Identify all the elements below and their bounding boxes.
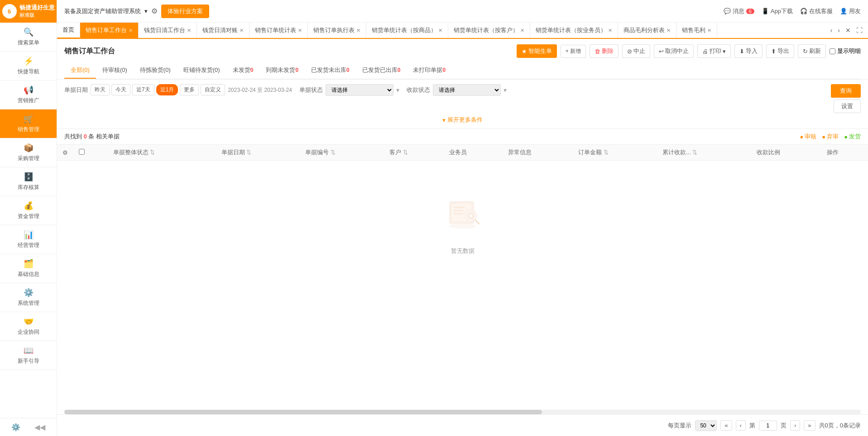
- tab-cash-daily[interactable]: 钱货日清工作台 ✕: [139, 23, 197, 38]
- table-scroll[interactable]: ⚙ 单据整体状态 ⇅ 单据日期 ⇅ 单据编号 ⇅ 客户 ⇅ 业务员 异常信息 订…: [57, 145, 868, 410]
- tab-sales-stats-product[interactable]: 销货单统计表（按商品） ✕: [366, 23, 448, 38]
- status-dropdown-icon[interactable]: ▾: [396, 86, 399, 94]
- sidebar-item-marketing[interactable]: 📢 营销推广: [0, 81, 57, 109]
- tab-sales-exec[interactable]: 销售订单执行表 ✕: [308, 23, 366, 38]
- status-select[interactable]: 请选择: [326, 84, 393, 96]
- tab-close-all-btn[interactable]: ✕: [844, 26, 853, 35]
- delete-btn[interactable]: 🗑 删除: [590, 44, 619, 58]
- show-detail-toggle[interactable]: 显示明细: [830, 47, 861, 55]
- sub-tab-pending-review[interactable]: 待审核(0): [96, 62, 134, 79]
- print-btn[interactable]: 🖨 打印 ▾: [697, 44, 731, 58]
- receipt-dropdown-icon[interactable]: ▾: [504, 86, 507, 94]
- sidebar-item-operations[interactable]: 📊 经营管理: [0, 225, 57, 254]
- tab-close-icon[interactable]: ✕: [438, 28, 442, 33]
- cancel-stop-btn[interactable]: ↩ 取消中止: [654, 44, 694, 58]
- industry-btn[interactable]: 体验行业方案: [161, 5, 209, 18]
- tab-product-margin[interactable]: 商品毛利分析表 ✕: [618, 23, 676, 38]
- sidebar-item-search[interactable]: 🔍 搜索菜单: [0, 23, 57, 52]
- tab-close-icon[interactable]: ✕: [187, 28, 191, 33]
- tab-home[interactable]: 首页: [57, 23, 80, 38]
- review-action-btn[interactable]: ● 审核: [800, 133, 816, 141]
- query-btn[interactable]: 查询: [831, 84, 861, 98]
- message-btn[interactable]: 💬 消息 6: [724, 7, 754, 15]
- th-customer[interactable]: 客户 ⇅: [384, 145, 444, 161]
- tab-close-icon[interactable]: ✕: [667, 28, 671, 33]
- yesterday-btn[interactable]: 昨天: [91, 84, 110, 95]
- th-amount[interactable]: 订单金额 ⇅: [573, 145, 657, 161]
- tab-prev-btn[interactable]: ‹: [829, 26, 834, 35]
- tab-sales-stats[interactable]: 销售订单统计表 ✕: [249, 23, 308, 38]
- tab-sales-profit[interactable]: 销售毛利 ✕: [676, 23, 717, 38]
- sidebar-item-guide[interactable]: 📖 新手引导: [0, 341, 57, 370]
- today-btn[interactable]: 今天: [111, 84, 130, 95]
- sub-tab-not-shipped[interactable]: 未发货0: [226, 62, 260, 79]
- ship-action-btn[interactable]: ● 发货: [844, 133, 861, 141]
- refresh-btn[interactable]: ↻ 刷新: [798, 44, 826, 58]
- smart-create-btn[interactable]: ★ 智能生单: [517, 44, 557, 58]
- expand-conditions-btn[interactable]: ▾ 展开更多条件: [442, 116, 483, 124]
- sidebar-item-enterprise[interactable]: 🤝 企业协同: [0, 312, 57, 341]
- app-title-dropdown[interactable]: ▾: [144, 8, 148, 14]
- last-month-btn[interactable]: 近1月: [156, 84, 178, 95]
- tab-cash-reconcile[interactable]: 钱货日清对账 ✕: [197, 23, 249, 38]
- tab-close-icon[interactable]: ✕: [356, 28, 360, 33]
- last-page-btn[interactable]: »: [804, 420, 815, 431]
- cancel-review-action-btn[interactable]: ● 弃审: [822, 133, 839, 141]
- page-input[interactable]: [759, 421, 777, 431]
- tab-sales-stats-staff[interactable]: 销货单统计表（按业务员） ✕: [530, 23, 618, 38]
- th-checkbox[interactable]: [73, 145, 108, 161]
- th-abnormal[interactable]: 异常信息: [503, 145, 573, 161]
- tab-fullscreen-btn[interactable]: ⛶: [854, 26, 864, 35]
- prev-page-btn[interactable]: ‹: [736, 420, 746, 431]
- th-date[interactable]: 单据日期 ⇅: [216, 145, 300, 161]
- last7-btn[interactable]: 近7天: [132, 84, 154, 95]
- sub-tab-wangpu[interactable]: 旺铺待发货(0): [177, 62, 226, 79]
- tab-close-icon[interactable]: ✕: [707, 28, 711, 33]
- collapse-sidebar-btn[interactable]: ◀◀: [34, 423, 45, 431]
- sidebar-item-quick-nav[interactable]: ⚡ 快捷导航: [0, 52, 57, 81]
- more-btn[interactable]: 更多: [180, 84, 199, 95]
- th-received[interactable]: 累计收款... ⇅: [657, 145, 751, 161]
- tab-next-btn[interactable]: ›: [836, 26, 842, 35]
- th-status[interactable]: 单据整体状态 ⇅: [108, 145, 216, 161]
- tab-close-icon[interactable]: ✕: [129, 28, 133, 33]
- app-download-btn[interactable]: 📱 App下载: [762, 7, 793, 15]
- scrollbar-thumb[interactable]: [64, 410, 542, 414]
- sub-tab-pending-inspect[interactable]: 待拣验货(0): [134, 62, 177, 79]
- tab-sales-workbench[interactable]: 销售订单工作台 ✕: [80, 23, 139, 38]
- settings-btn[interactable]: 设置: [834, 100, 861, 113]
- sub-tab-not-printed[interactable]: 未打印单据0: [407, 62, 452, 79]
- horizontal-scrollbar[interactable]: [64, 410, 861, 414]
- th-settings[interactable]: ⚙: [57, 145, 73, 161]
- sub-tab-shipped-warehoused[interactable]: 已发货已出库0: [356, 62, 407, 79]
- th-ratio[interactable]: 收款比例: [751, 145, 822, 161]
- th-staff[interactable]: 业务员: [444, 145, 502, 161]
- sidebar-item-inventory[interactable]: 🗄️ 库存核算: [0, 167, 57, 196]
- show-detail-checkbox[interactable]: [830, 48, 835, 54]
- user-btn[interactable]: 👤 用友: [840, 7, 861, 15]
- sidebar-item-purchase[interactable]: 📦 采购管理: [0, 138, 57, 167]
- settings-bottom-btn[interactable]: ⚙️: [11, 423, 20, 431]
- sub-tab-all[interactable]: 全部(0): [64, 62, 96, 79]
- sub-tab-shipped-not-warehouse[interactable]: 已发货未出库0: [305, 62, 356, 79]
- import-btn[interactable]: ⬇ 导入: [734, 44, 762, 58]
- tab-close-icon[interactable]: ✕: [240, 28, 244, 33]
- custom-btn[interactable]: 自定义: [201, 84, 225, 95]
- export-btn[interactable]: ⬆ 导出: [766, 44, 794, 58]
- sidebar-item-finance[interactable]: 💰 资金管理: [0, 196, 57, 225]
- tab-sales-stats-customer[interactable]: 销货单统计表（按客户） ✕: [448, 23, 530, 38]
- th-number[interactable]: 单据编号 ⇅: [300, 145, 384, 161]
- online-service-btn[interactable]: 🎧 在线客服: [800, 7, 833, 15]
- topbar-settings-icon[interactable]: ⚙: [151, 7, 158, 15]
- sidebar-item-sales[interactable]: 🛒 销售管理: [0, 109, 57, 138]
- sidebar-item-basic[interactable]: 🗂️ 基础信息: [0, 254, 57, 283]
- stop-btn[interactable]: ⊘ 中止: [622, 44, 650, 58]
- receipt-select[interactable]: 请选择: [433, 84, 501, 96]
- per-page-select[interactable]: 50: [695, 420, 717, 431]
- sub-tab-expired-not-shipped[interactable]: 到期未发货0: [259, 62, 305, 79]
- sidebar-item-system[interactable]: ⚙️ 系统管理: [0, 283, 57, 312]
- first-page-btn[interactable]: «: [720, 420, 732, 431]
- tab-close-icon[interactable]: ✕: [520, 28, 524, 33]
- tab-close-icon[interactable]: ✕: [608, 28, 612, 33]
- add-btn[interactable]: + 新增: [561, 45, 586, 58]
